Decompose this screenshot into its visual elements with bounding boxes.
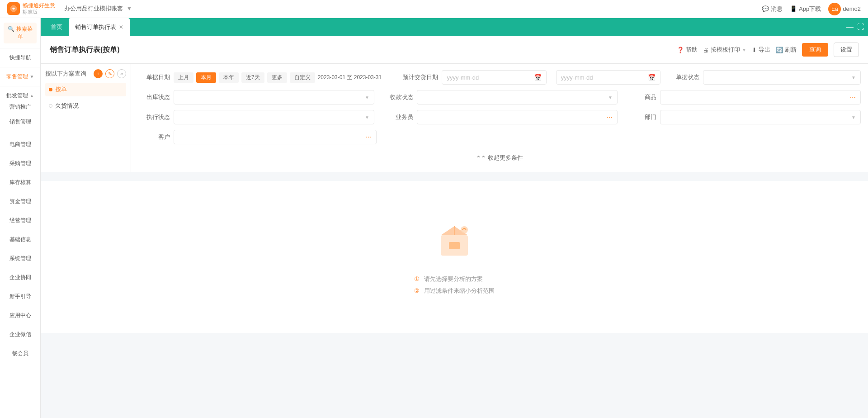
svg-point-5 <box>461 226 468 233</box>
refresh-button[interactable]: 🔄 刷新 <box>776 46 797 54</box>
retail-label: 零售管理 <box>6 73 28 81</box>
refresh-label: 刷新 <box>785 46 797 54</box>
receive-status-select[interactable]: ▼ <box>417 90 618 104</box>
query-button[interactable]: 查询 <box>802 43 828 57</box>
sidebar-item-newbie[interactable]: 新手引导 <box>0 287 40 306</box>
out-status-arrow-icon: ▼ <box>365 95 369 100</box>
dept-label: 部门 <box>625 113 656 121</box>
sidebar-item-finance[interactable]: 资金管理 <box>0 192 40 211</box>
date-tag-custom[interactable]: 自定义 <box>290 72 315 83</box>
dropdown-arrow-icon[interactable]: ▼ <box>127 5 132 12</box>
template-print-label: 按模板打印 <box>711 46 740 54</box>
search-menu-button[interactable]: 🔍 搜索菜单 <box>4 23 37 43</box>
tab-home[interactable]: 首页 <box>44 18 69 36</box>
predict-date-start-input[interactable]: yyyy-mm-dd 📅 <box>442 70 546 85</box>
collapse-more-button[interactable]: ⌃⌃ 收起更多条件 <box>476 154 523 162</box>
date-label: 单据日期 <box>138 73 170 81</box>
export-label: 导出 <box>759 46 770 54</box>
export-button[interactable]: ⬇ 导出 <box>752 46 770 54</box>
customer-input[interactable]: ··· <box>174 130 377 144</box>
logo-sub: 标准版 <box>23 9 55 15</box>
sidebar-item-appcenter[interactable]: 应用中心 <box>0 306 40 325</box>
settings-button[interactable]: 设置 <box>834 43 859 57</box>
filter-row-date: 单据日期 上月 本月 本年 近7天 更多 自定义 <box>138 70 861 85</box>
filter-layout: 按以下方案查询 + ✎ « 按单 <box>41 64 868 172</box>
collapse-scheme-button[interactable]: « <box>117 69 126 78</box>
settings-label: 设置 <box>840 46 852 53</box>
message-button[interactable]: 💬 消息 <box>762 5 783 13</box>
sidebar-item-purchase[interactable]: 采购管理 <box>0 154 40 173</box>
top-bar-left: 畅捷通好生意 标准版 办公用品行业模拟账套 ▼ <box>7 2 132 15</box>
refresh-icon: 🔄 <box>776 47 783 53</box>
sidebar-sub-marketing[interactable]: 营销推广 <box>2 100 38 114</box>
date-tag-cur-month[interactable]: 本月 <box>196 72 216 83</box>
salesperson-more-icon[interactable]: ··· <box>607 113 613 121</box>
sidebar-item-enterprise[interactable]: 企业协同 <box>0 268 40 287</box>
date-tag-recent7[interactable]: 近7天 <box>241 72 264 83</box>
receive-status-label: 收款状态 <box>382 93 413 101</box>
date-tag-more[interactable]: 更多 <box>267 72 287 83</box>
goods-input[interactable]: ··· <box>660 90 861 104</box>
exec-status-select[interactable]: ▼ <box>174 110 374 124</box>
ecommerce-label: 电商管理 <box>9 141 31 147</box>
empty-state: ① 请先选择要分析的方案 ② 用过滤条件来缩小分析范围 <box>41 181 868 333</box>
sidebar-item-ecommerce[interactable]: 电商管理 <box>0 135 40 154</box>
customer-label: 客户 <box>138 133 170 141</box>
app-download-icon: 📱 <box>790 5 797 12</box>
sidebar-item-operation[interactable]: 经营管理 <box>0 211 40 230</box>
add-scheme-button[interactable]: + <box>94 69 103 78</box>
tab-minimize-button[interactable]: — <box>846 23 854 31</box>
top-bar: 畅捷通好生意 标准版 办公用品行业模拟账套 ▼ 💬 消息 📱 App下载 Ea … <box>0 0 868 18</box>
dept-select[interactable]: ▼ <box>660 110 861 124</box>
calendar-start-icon: 📅 <box>534 74 542 81</box>
tab-fullscreen-button[interactable]: ⛶ <box>857 23 864 31</box>
sidebar-item-system[interactable]: 系统管理 <box>0 249 40 268</box>
sidebar-item-member[interactable]: 畅会员 <box>0 344 40 363</box>
customer-more-icon[interactable]: ··· <box>366 133 372 141</box>
content-area: 首页 销售订单执行表 ✕ — ⛶ 销售订单执行表(按单) ❓ 帮助 <box>41 18 868 418</box>
tab-sales-exec-close[interactable]: ✕ <box>119 24 123 30</box>
sidebar-item-basic[interactable]: 基础信息 <box>0 230 40 249</box>
filter-row-out-status: 出库状态 ▼ 收款状态 ▼ <box>138 90 861 104</box>
scheme-item-order[interactable]: 按单 <box>45 83 126 96</box>
filter-scheme-panel: 按以下方案查询 + ✎ « 按单 <box>41 64 131 172</box>
status-select[interactable]: ▼ <box>703 70 861 85</box>
filter-row-exec-status: 执行状态 ▼ 业务员 ··· <box>138 110 861 124</box>
out-status-select[interactable]: ▼ <box>174 90 374 104</box>
dept-arrow-icon: ▼ <box>851 115 856 120</box>
app-title: 办公用品行业模拟账套 <box>64 5 123 13</box>
scheme-order-label: 按单 <box>55 86 67 94</box>
empty-illustration <box>432 217 477 262</box>
empty-step2: ② 用过滤条件来缩小分析范围 <box>414 285 495 297</box>
date-tag-cur-year[interactable]: 本年 <box>219 72 239 83</box>
filter-row-customer: 客户 ··· <box>138 130 861 144</box>
exec-status-arrow-icon: ▼ <box>365 115 369 120</box>
collapse-more-label: 收起更多条件 <box>488 154 523 162</box>
template-print-button[interactable]: 🖨 按模板打印 ▼ <box>703 46 746 54</box>
tab-home-label: 首页 <box>51 23 62 31</box>
quick-nav-label: 快捷导航 <box>9 54 31 61</box>
sidebar-item-quick-nav[interactable]: 快捷导航 <box>0 48 40 67</box>
scheme-inactive-dot <box>49 104 52 108</box>
date-tag-prev-month[interactable]: 上月 <box>174 72 193 83</box>
filter-field-receive-status: 收款状态 ▼ <box>382 90 618 104</box>
sidebar-item-wechat[interactable]: 企业微信 <box>0 325 40 344</box>
tab-sales-exec[interactable]: 销售订单执行表 ✕ <box>69 18 130 36</box>
help-icon: ❓ <box>677 47 684 53</box>
edit-scheme-button[interactable]: ✎ <box>105 69 114 78</box>
print-icon: 🖨 <box>703 47 709 53</box>
user-menu-button[interactable]: Ea demo2 <box>828 3 861 15</box>
predict-date-end-input[interactable]: yyyy-mm-dd 📅 <box>556 70 660 85</box>
sidebar-search: 🔍 搜索菜单 <box>0 18 40 48</box>
help-button[interactable]: ❓ 帮助 <box>677 46 698 54</box>
sidebar-item-retail[interactable]: 零售管理 ▼ <box>0 67 40 86</box>
sidebar-item-inventory[interactable]: 库存核算 <box>0 173 40 192</box>
enterprise-label: 企业协同 <box>9 274 31 280</box>
sidebar-item-wholesale[interactable]: 批发管理 ▲ 营销推广 销售管理 <box>0 86 40 135</box>
scheme-item-debt[interactable]: 欠货情况 <box>45 99 126 113</box>
app-download-button[interactable]: 📱 App下载 <box>790 5 821 13</box>
salesperson-input[interactable]: ··· <box>417 110 618 124</box>
sidebar-sub-sales[interactable]: 销售管理 <box>2 114 38 129</box>
app-download-label: App下载 <box>799 5 821 13</box>
goods-more-icon[interactable]: ··· <box>850 93 856 101</box>
